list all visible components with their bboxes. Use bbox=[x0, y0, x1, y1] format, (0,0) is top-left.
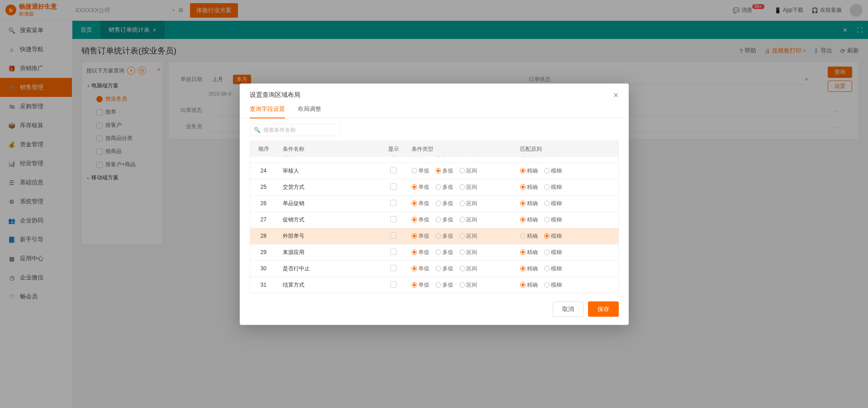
radio-fuzzy[interactable]: 模糊 bbox=[544, 157, 562, 158]
cell-name: 结算方式 bbox=[277, 277, 381, 293]
cell-seq: 28 bbox=[250, 229, 277, 243]
show-checkbox[interactable] bbox=[390, 167, 397, 173]
radio-range[interactable]: 区间 bbox=[460, 248, 477, 256]
cell-show bbox=[381, 157, 406, 162]
radio-label: 精确 bbox=[527, 183, 538, 191]
table-row[interactable]: 24审核人单值多值区间精确模糊 bbox=[250, 162, 618, 178]
radio-exact[interactable]: 精确 bbox=[520, 281, 538, 288]
radio-label: 区间 bbox=[466, 183, 477, 191]
radio-range[interactable]: 区间 bbox=[460, 232, 477, 240]
radio-multi[interactable]: 多值 bbox=[436, 281, 453, 288]
search-input[interactable]: 🔍 搜索条件名称 bbox=[250, 124, 340, 136]
radio-single[interactable]: 单值 bbox=[412, 281, 429, 288]
radio-single[interactable]: 单值 bbox=[412, 199, 429, 207]
radio-exact[interactable]: 精确 bbox=[520, 264, 538, 272]
cell-type: 单值多值区间 bbox=[406, 157, 515, 162]
table-row[interactable]: 26单品促销单值多值区间精确模糊 bbox=[250, 195, 618, 211]
radio-dot bbox=[436, 266, 441, 271]
radio-exact[interactable]: 精确 bbox=[520, 183, 538, 191]
radio-label: 精确 bbox=[527, 157, 538, 158]
radio-dot bbox=[412, 184, 417, 190]
radio-multi[interactable]: 多值 bbox=[436, 157, 453, 158]
close-icon[interactable]: ✕ bbox=[613, 91, 619, 99]
radio-multi[interactable]: 多值 bbox=[436, 248, 453, 256]
radio-dot bbox=[544, 266, 550, 271]
table-row[interactable]: 29来源应用单值多值区间精确模糊 bbox=[250, 244, 618, 260]
show-checkbox[interactable] bbox=[390, 232, 397, 238]
cell-name: 是否行中止 bbox=[277, 260, 381, 276]
radio-multi[interactable]: 多值 bbox=[436, 216, 453, 223]
cell-match: 精确模糊 bbox=[515, 211, 618, 227]
radio-exact[interactable]: 精确 bbox=[520, 167, 538, 174]
radio-range[interactable]: 区间 bbox=[460, 216, 477, 223]
save-button[interactable]: 保存 bbox=[588, 301, 619, 317]
radio-single[interactable]: 单值 bbox=[412, 167, 429, 174]
radio-single[interactable]: 单值 bbox=[412, 183, 429, 191]
radio-dot bbox=[460, 233, 465, 239]
tab-layout-adjust[interactable]: 布局调整 bbox=[298, 105, 321, 118]
table-row[interactable]: 30是否行中止单值多值区间精确模糊 bbox=[250, 260, 618, 276]
show-checkbox[interactable] bbox=[390, 216, 397, 222]
radio-range[interactable]: 区间 bbox=[460, 183, 477, 191]
cancel-button[interactable]: 取消 bbox=[553, 301, 583, 317]
radio-exact[interactable]: 精确 bbox=[520, 248, 538, 256]
radio-dot bbox=[460, 168, 465, 173]
radio-range[interactable]: 区间 bbox=[460, 264, 477, 272]
radio-dot bbox=[412, 217, 417, 222]
radio-range[interactable]: 区间 bbox=[460, 199, 477, 207]
radio-fuzzy[interactable]: 模糊 bbox=[544, 281, 562, 288]
cell-show bbox=[381, 211, 406, 227]
radio-multi[interactable]: 多值 bbox=[436, 167, 453, 174]
radio-dot bbox=[436, 233, 441, 239]
cell-match: 精确模糊 bbox=[515, 163, 618, 178]
table-row[interactable]: 25交货方式单值多值区间精确模糊 bbox=[250, 178, 618, 195]
radio-exact[interactable]: 精确 bbox=[520, 216, 538, 223]
radio-range[interactable]: 区间 bbox=[460, 157, 477, 158]
table-row[interactable]: 31结算方式单值多值区间精确模糊 bbox=[250, 276, 618, 293]
cell-type: 单值多值区间 bbox=[406, 260, 515, 276]
radio-label: 模糊 bbox=[551, 216, 562, 223]
table-row[interactable]: 23制单人单值多值区间精确模糊 bbox=[250, 157, 618, 162]
radio-range[interactable]: 区间 bbox=[460, 281, 477, 288]
radio-multi[interactable]: 多值 bbox=[436, 199, 453, 207]
radio-dot bbox=[436, 168, 441, 173]
table-row[interactable]: 27促销方式单值多值区间精确模糊 bbox=[250, 211, 618, 227]
radio-label: 单值 bbox=[418, 167, 429, 174]
radio-multi[interactable]: 多值 bbox=[436, 264, 453, 272]
radio-multi[interactable]: 多值 bbox=[436, 183, 453, 191]
cell-seq: 24 bbox=[250, 163, 277, 178]
radio-label: 精确 bbox=[527, 281, 538, 288]
radio-label: 模糊 bbox=[551, 248, 562, 256]
table-row[interactable]: 28外部单号单值多值区间精确模糊 bbox=[250, 227, 618, 244]
show-checkbox[interactable] bbox=[390, 199, 397, 206]
radio-fuzzy[interactable]: 模糊 bbox=[544, 167, 562, 174]
radio-single[interactable]: 单值 bbox=[412, 264, 429, 272]
radio-fuzzy[interactable]: 模糊 bbox=[544, 232, 562, 240]
radio-fuzzy[interactable]: 模糊 bbox=[544, 183, 562, 191]
radio-fuzzy[interactable]: 模糊 bbox=[544, 199, 562, 207]
radio-label: 多值 bbox=[442, 264, 453, 272]
radio-single[interactable]: 单值 bbox=[412, 157, 429, 158]
radio-fuzzy[interactable]: 模糊 bbox=[544, 248, 562, 256]
radio-fuzzy[interactable]: 模糊 bbox=[544, 216, 562, 223]
show-checkbox[interactable] bbox=[390, 248, 397, 254]
radio-single[interactable]: 单值 bbox=[412, 232, 429, 240]
show-checkbox[interactable] bbox=[390, 264, 397, 271]
cell-type: 单值多值区间 bbox=[406, 277, 515, 293]
tab-field-settings[interactable]: 查询字段设置 bbox=[250, 105, 285, 118]
radio-range[interactable]: 区间 bbox=[460, 167, 477, 174]
radio-exact[interactable]: 精确 bbox=[520, 199, 538, 207]
radio-exact[interactable]: 精确 bbox=[520, 232, 538, 240]
radio-multi[interactable]: 多值 bbox=[436, 232, 453, 240]
cell-show bbox=[381, 244, 406, 260]
radio-fuzzy[interactable]: 模糊 bbox=[544, 264, 562, 272]
radio-exact[interactable]: 精确 bbox=[520, 157, 538, 158]
radio-single[interactable]: 单值 bbox=[412, 248, 429, 256]
table-body[interactable]: 21客户 ▾单值多值区间精确模糊22运费承担方单值多值区间精确模糊23制单人单值… bbox=[250, 157, 618, 293]
radio-dot bbox=[544, 157, 550, 157]
table-header: 顺序 条件名称 显示 条件类型 匹配原则 bbox=[250, 141, 618, 157]
radio-dot bbox=[460, 250, 465, 255]
show-checkbox[interactable] bbox=[390, 183, 397, 189]
show-checkbox[interactable] bbox=[390, 281, 397, 287]
radio-single[interactable]: 单值 bbox=[412, 216, 429, 223]
